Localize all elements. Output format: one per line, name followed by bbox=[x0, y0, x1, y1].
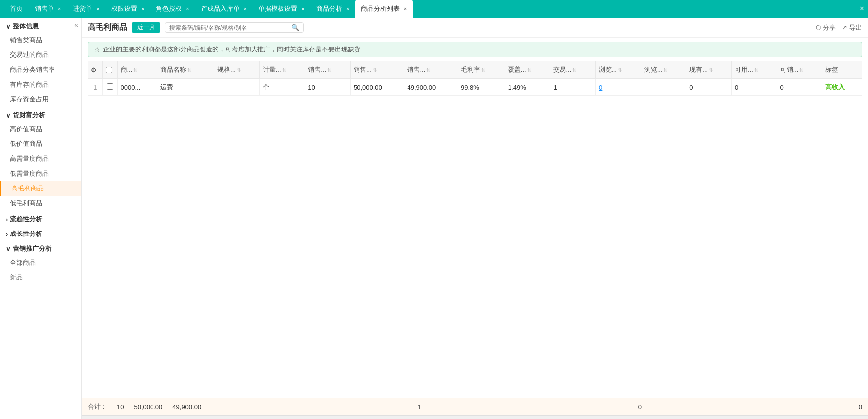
cell-browse1[interactable]: 0 bbox=[596, 79, 641, 96]
th-settings[interactable]: ⚙ bbox=[88, 61, 102, 79]
th-current[interactable]: 现有... ⇅ bbox=[686, 61, 732, 79]
th-sales-amt[interactable]: 销售... ⇅ bbox=[350, 61, 404, 79]
close-sales-order[interactable]: × bbox=[58, 0, 61, 18]
cell-trade-count: 1 bbox=[550, 79, 596, 96]
cell-gross-rate: 99.8% bbox=[458, 79, 505, 96]
sort-icon-current: ⇅ bbox=[709, 67, 713, 73]
sidebar-item-new-goods[interactable]: 新品 bbox=[0, 270, 81, 285]
cell-unit: 个 bbox=[259, 79, 305, 96]
share-btn[interactable]: ⬡ 分享 bbox=[816, 23, 836, 32]
nav-finished-goods[interactable]: 产成品入库单 × bbox=[195, 0, 253, 18]
search-icon[interactable]: 🔍 bbox=[291, 24, 299, 31]
nav-permission-settings[interactable]: 权限设置 × bbox=[105, 0, 150, 18]
close-permission-settings[interactable]: × bbox=[141, 0, 144, 18]
cell-name: 运费 bbox=[157, 79, 214, 96]
sidebar-item-low-margin[interactable]: 低毛利商品 bbox=[0, 196, 81, 211]
top-navigation: 首页 销售单 × 进货单 × 权限设置 × 角色授权 × 产成品入库单 × 单据… bbox=[0, 0, 868, 18]
sidebar-item-low-value[interactable]: 低价值商品 bbox=[0, 137, 81, 151]
th-saleable[interactable]: 可销... ⇅ bbox=[777, 61, 822, 79]
sidebar-item-high-margin[interactable]: 高毛利商品 bbox=[0, 181, 81, 196]
page-title: 高毛利商品 bbox=[88, 22, 127, 33]
th-gross-rate[interactable]: 毛利率 ⇅ bbox=[458, 61, 505, 79]
th-trade-count[interactable]: 交易... ⇅ bbox=[550, 61, 596, 79]
footer-sales-cost: 49,900.00 bbox=[172, 403, 201, 411]
close-product-analysis[interactable]: × bbox=[346, 0, 349, 18]
search-box: 🔍 bbox=[165, 22, 304, 33]
sidebar-item-all-goods[interactable]: 全部商品 bbox=[0, 255, 81, 270]
footer-sales-qty: 10 bbox=[117, 403, 124, 411]
close-template-settings[interactable]: × bbox=[301, 0, 304, 18]
sidebar-item-low-demand[interactable]: 低需量度商品 bbox=[0, 166, 81, 181]
close-role-auth[interactable]: × bbox=[186, 0, 189, 18]
chevron-down-icon: ∨ bbox=[6, 23, 11, 30]
row-checkbox[interactable] bbox=[107, 83, 113, 90]
th-available[interactable]: 可用... ⇅ bbox=[731, 61, 777, 79]
sidebar-item-in-stock[interactable]: 有库存的商品 bbox=[0, 77, 81, 92]
period-btn[interactable]: 近一月 bbox=[132, 22, 160, 33]
sidebar-item-category-rate[interactable]: 商品分类销售率 bbox=[0, 62, 81, 77]
footer-sales-amt: 50,000.00 bbox=[134, 403, 162, 411]
sidebar-item-sales-goods[interactable]: 销售类商品 bbox=[0, 33, 81, 47]
close-finished-goods[interactable]: × bbox=[244, 0, 247, 18]
horizontal-scrollbar[interactable] bbox=[82, 415, 868, 419]
cell-saleable: 0 bbox=[777, 79, 822, 96]
sidebar-group-marketing[interactable]: ∨ 营销推广分析 bbox=[0, 240, 81, 255]
sort-icon-grossrate: ⇅ bbox=[481, 67, 485, 73]
nav-analysis-list[interactable]: 商品分析列表 × bbox=[355, 0, 412, 18]
sidebar-group-trend[interactable]: › 流趋性分析 bbox=[0, 211, 81, 226]
select-all-checkbox[interactable] bbox=[106, 67, 112, 73]
cell-sales-cost: 49,900.00 bbox=[404, 79, 458, 96]
export-icon: ↗ bbox=[842, 24, 847, 31]
sidebar-group-overall[interactable]: ∨ 整体信息 bbox=[0, 18, 81, 33]
sidebar-group-wealth[interactable]: ∨ 货财富分析 bbox=[0, 107, 81, 122]
sidebar-item-high-demand[interactable]: 高需量度商品 bbox=[0, 151, 81, 166]
th-browse1[interactable]: 浏览... ⇅ bbox=[596, 61, 641, 79]
data-table: ⚙ 商... ⇅ 商品名称 bbox=[88, 61, 862, 96]
th-name[interactable]: 商品名称 ⇅ bbox=[157, 61, 214, 79]
sidebar-collapse-btn[interactable]: « bbox=[73, 20, 79, 30]
search-input[interactable] bbox=[169, 24, 289, 31]
nav-product-analysis[interactable]: 商品分析 × bbox=[310, 0, 355, 18]
nav-home[interactable]: 首页 bbox=[4, 0, 29, 18]
th-browse2[interactable]: 浏览... ⇅ bbox=[641, 61, 686, 79]
th-sales-cost[interactable]: 销售... ⇅ bbox=[404, 61, 458, 79]
cell-sales-qty: 10 bbox=[305, 79, 351, 96]
th-code[interactable]: 商... ⇅ bbox=[117, 61, 157, 79]
th-checkbox[interactable] bbox=[102, 61, 117, 79]
sort-icon-salescost: ⇅ bbox=[426, 67, 430, 73]
th-spec[interactable]: 规格... ⇅ bbox=[214, 61, 260, 79]
nav-purchase-order[interactable]: 进货单 × bbox=[67, 0, 105, 18]
th-sales-qty[interactable]: 销售... ⇅ bbox=[305, 61, 351, 79]
cell-checkbox[interactable] bbox=[102, 79, 117, 96]
cell-tag: 高收入 bbox=[822, 79, 862, 96]
table-row: 1 0000... 运费 个 10 50,000.00 49,900.00 99… bbox=[88, 79, 862, 96]
sidebar-item-high-value[interactable]: 高价值商品 bbox=[0, 122, 81, 137]
th-unit[interactable]: 计量... ⇅ bbox=[259, 61, 305, 79]
nav-role-auth[interactable]: 角色授权 × bbox=[150, 0, 195, 18]
cell-browse2 bbox=[641, 79, 686, 96]
chevron-down-icon3: ∨ bbox=[6, 245, 11, 253]
sidebar-group-growth[interactable]: › 成长性分析 bbox=[0, 226, 81, 240]
sort-icon-salesqty: ⇅ bbox=[327, 67, 331, 73]
th-coverage[interactable]: 覆盖... ⇅ bbox=[505, 61, 550, 79]
footer-total: 合计： 10 50,000.00 49,900.00 1 0 0 bbox=[82, 398, 868, 415]
footer-trade-count: 1 bbox=[418, 403, 421, 411]
table-header-row: ⚙ 商... ⇅ 商品名称 bbox=[88, 61, 862, 79]
chevron-right-icon: › bbox=[6, 216, 8, 223]
th-tag[interactable]: 标签 bbox=[822, 61, 862, 79]
close-analysis-list[interactable]: × bbox=[404, 0, 407, 18]
window-close-btn[interactable]: × bbox=[860, 4, 864, 13]
table-container: ⚙ 商... ⇅ 商品名称 bbox=[82, 61, 868, 398]
sidebar-item-inventory-fund[interactable]: 库存资金占用 bbox=[0, 92, 81, 107]
export-btn[interactable]: ↗ 导出 bbox=[842, 23, 862, 32]
cell-num: 1 bbox=[88, 79, 102, 96]
sidebar-item-traded-goods[interactable]: 交易过的商品 bbox=[0, 47, 81, 62]
nav-template-settings[interactable]: 单据模板设置 × bbox=[253, 0, 310, 18]
cell-available: 0 bbox=[731, 79, 777, 96]
sort-icon-name: ⇅ bbox=[187, 67, 191, 73]
nav-sales-order[interactable]: 销售单 × bbox=[29, 0, 67, 18]
footer-label: 合计： bbox=[88, 402, 107, 411]
close-purchase-order[interactable]: × bbox=[96, 0, 99, 18]
sort-icon-spec: ⇅ bbox=[237, 67, 241, 73]
chevron-down-icon2: ∨ bbox=[6, 112, 11, 119]
